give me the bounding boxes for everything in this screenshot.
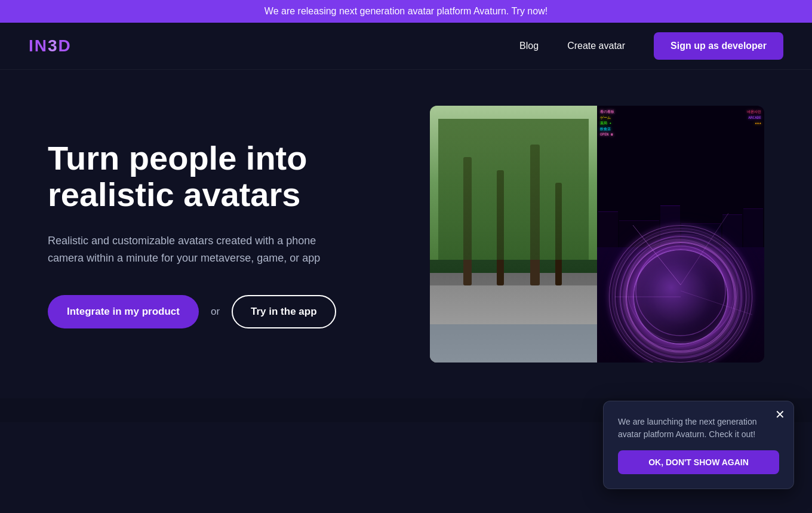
orb-sphere — [633, 249, 728, 345]
logo[interactable]: IN3D — [29, 36, 72, 56]
neon-background: 看の看板 ゲーム 薬局 ✦ 飲食店 OPEN ☎ 네온사인 ARCADE ★★★ — [597, 106, 764, 363]
hero-section: Turn people into realistic avatars Reali… — [0, 70, 812, 398]
integrate-button[interactable]: Integrate in my product — [48, 295, 199, 328]
or-separator: or — [211, 306, 220, 318]
nav-links: Blog Create avatar Sign up as developer — [519, 32, 783, 60]
hero-image-trees — [430, 106, 597, 363]
nav-blog[interactable]: Blog — [519, 41, 539, 51]
popup-notification: ✕ We are launching the next generation a… — [603, 401, 794, 489]
banner-text: We are releasing next generation avatar … — [264, 6, 548, 16]
popup-ok-button[interactable]: OK, DON'T SHOW AGAIN — [618, 450, 779, 474]
hero-subtitle: Realistic and customizable avatars creat… — [48, 232, 346, 267]
hero-buttons: Integrate in my product or Try in the ap… — [48, 295, 394, 328]
signup-button[interactable]: Sign up as developer — [654, 32, 783, 60]
popup-close-button[interactable]: ✕ — [775, 408, 785, 420]
top-banner[interactable]: We are releasing next generation avatar … — [0, 0, 812, 23]
navbar: IN3D Blog Create avatar Sign up as devel… — [0, 23, 812, 70]
hero-content: Turn people into realistic avatars Reali… — [48, 140, 394, 329]
try-app-button[interactable]: Try in the app — [232, 295, 336, 328]
hero-image: 看の看板 ゲーム 薬局 ✦ 飲食店 OPEN ☎ 네온사인 ARCADE ★★★ — [430, 106, 764, 363]
hero-image-neon: 看の看板 ゲーム 薬局 ✦ 飲食店 OPEN ☎ 네온사인 ARCADE ★★★ — [597, 106, 764, 363]
nav-create-avatar[interactable]: Create avatar — [567, 41, 625, 51]
trees-background — [430, 106, 597, 363]
avatar-orb — [633, 249, 728, 345]
popup-text: We are launching the next generation ava… — [618, 416, 779, 441]
hero-title: Turn people into realistic avatars — [48, 140, 394, 213]
